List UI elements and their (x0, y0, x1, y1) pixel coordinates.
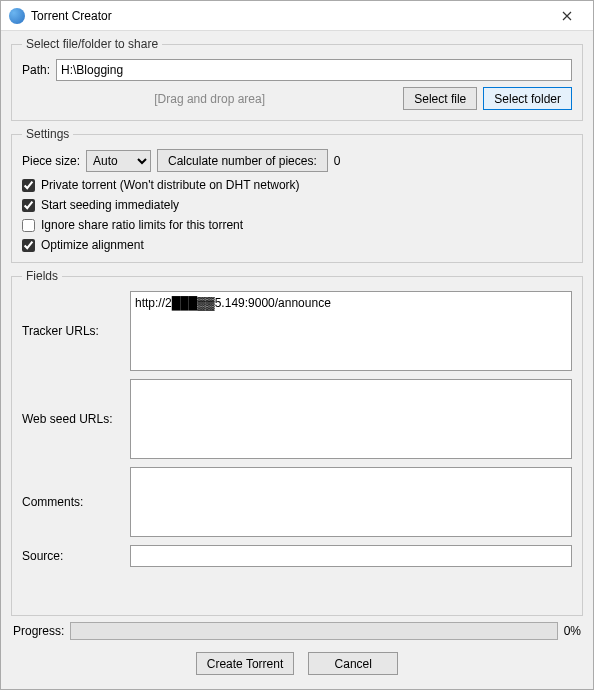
select-legend: Select file/folder to share (22, 37, 162, 51)
pieces-count-value: 0 (334, 154, 341, 168)
start-seeding-label: Start seeding immediately (41, 198, 179, 212)
progress-row: Progress: 0% (11, 622, 583, 640)
select-folder-button[interactable]: Select folder (483, 87, 572, 110)
path-input[interactable] (56, 59, 572, 81)
private-torrent-checkbox[interactable] (22, 179, 35, 192)
create-torrent-button[interactable]: Create Torrent (196, 652, 294, 675)
comments-input[interactable] (130, 467, 572, 537)
ignore-ratio-label: Ignore share ratio limits for this torre… (41, 218, 243, 232)
select-file-button[interactable]: Select file (403, 87, 477, 110)
source-label: Source: (22, 549, 122, 563)
content-area: Select file/folder to share Path: [Drag … (1, 31, 593, 689)
app-icon (9, 8, 25, 24)
close-button[interactable] (547, 2, 587, 30)
webseed-urls-input[interactable] (130, 379, 572, 459)
close-icon (562, 11, 572, 21)
tracker-urls-input[interactable] (130, 291, 572, 371)
progress-bar (70, 622, 557, 640)
calculate-pieces-button[interactable]: Calculate number of pieces: (157, 149, 328, 172)
path-label: Path: (22, 63, 50, 77)
start-seeding-checkbox[interactable] (22, 199, 35, 212)
select-file-section: Select file/folder to share Path: [Drag … (11, 37, 583, 121)
tracker-urls-label: Tracker URLs: (22, 324, 122, 338)
torrent-creator-window: Torrent Creator Select file/folder to sh… (0, 0, 594, 690)
cancel-button[interactable]: Cancel (308, 652, 398, 675)
comments-label: Comments: (22, 495, 122, 509)
private-torrent-label: Private torrent (Won't distribute on DHT… (41, 178, 300, 192)
window-title: Torrent Creator (31, 9, 547, 23)
webseed-urls-label: Web seed URLs: (22, 412, 122, 426)
titlebar: Torrent Creator (1, 1, 593, 31)
optimize-alignment-label: Optimize alignment (41, 238, 144, 252)
fields-legend: Fields (22, 269, 62, 283)
piece-size-select[interactable]: Auto (86, 150, 151, 172)
fields-section: Fields Tracker URLs: Web seed URLs: Comm… (11, 269, 583, 616)
button-row: Create Torrent Cancel (11, 646, 583, 683)
source-input[interactable] (130, 545, 572, 567)
piece-size-label: Piece size: (22, 154, 80, 168)
ignore-ratio-checkbox[interactable] (22, 219, 35, 232)
optimize-alignment-checkbox[interactable] (22, 239, 35, 252)
settings-legend: Settings (22, 127, 73, 141)
progress-label: Progress: (13, 624, 64, 638)
progress-percent: 0% (564, 624, 581, 638)
settings-section: Settings Piece size: Auto Calculate numb… (11, 127, 583, 263)
drag-drop-area[interactable]: [Drag and drop area] (22, 92, 397, 106)
